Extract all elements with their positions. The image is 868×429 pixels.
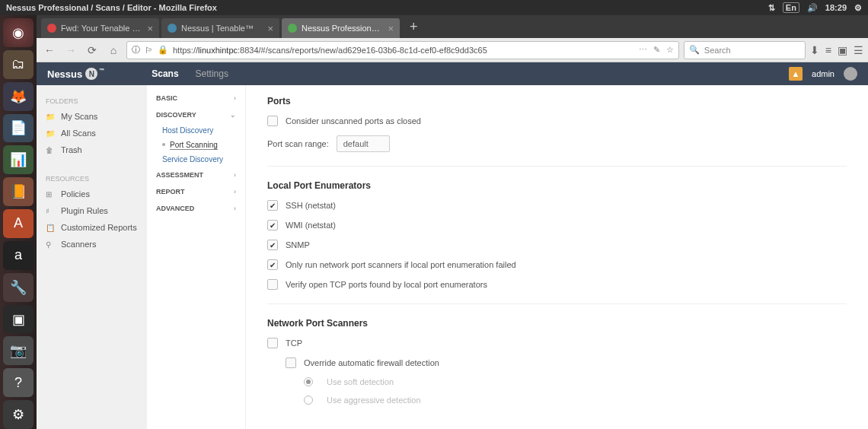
home-button[interactable]: ⌂ <box>105 42 122 59</box>
search-box[interactable]: 🔍 Search <box>684 41 806 59</box>
label-aggressive-detection: Use aggressive detection <box>327 396 421 405</box>
calc-icon[interactable]: 📊 <box>3 145 34 174</box>
writer-icon[interactable]: 📄 <box>3 114 34 143</box>
sidebar-item-policies[interactable]: ⊞Policies <box>37 186 147 202</box>
gear-icon[interactable]: ⚙ <box>854 3 862 13</box>
browser-tab-1[interactable]: Nessus | Tenable™ × <box>161 18 279 38</box>
divider <box>267 303 847 304</box>
settings-icon[interactable]: 🔧 <box>3 273 34 302</box>
checkbox-consider-unscanned[interactable] <box>267 116 278 126</box>
label-snmp: SNMP <box>286 240 310 249</box>
browser-tab-2[interactable]: Nessus Professional / S × <box>282 18 400 38</box>
nessus-logo[interactable]: Nessus N ™ <box>47 68 106 80</box>
notification-icon[interactable]: ▲ <box>789 67 803 81</box>
url-text: https://linuxhintpc:8834/#/scans/reports… <box>173 46 487 55</box>
close-icon[interactable]: × <box>147 23 153 34</box>
firefox-icon[interactable]: 🦊 <box>3 82 34 111</box>
sidebar-item-all-scans[interactable]: 📁All Scans <box>37 125 147 141</box>
chevron-right-icon: › <box>234 205 236 212</box>
shield-icon[interactable]: ⓘ <box>132 44 140 56</box>
sound-icon[interactable]: 🔊 <box>807 3 818 13</box>
forward-button[interactable]: → <box>62 42 79 59</box>
address-bar[interactable]: ⓘ 🏳 🔒 https://linuxhintpc:8834/#/scans/r… <box>126 41 679 59</box>
lang-indicator[interactable]: En <box>783 2 799 13</box>
network-scanners-heading: Network Port Scanners <box>267 318 847 329</box>
label-consider-unscanned: Consider unscanned ports as closed <box>286 116 421 126</box>
files-icon[interactable]: 🗂 <box>3 50 34 79</box>
sub-host-discovery[interactable]: Host Discovery <box>147 123 245 138</box>
favicon-icon <box>47 24 56 33</box>
browser-tab-0[interactable]: Fwd: Your Tenable Nes... × <box>41 18 159 38</box>
gear-tile-icon[interactable]: ⚙ <box>3 400 34 429</box>
terminal-icon[interactable]: ▣ <box>3 305 34 334</box>
checkbox-wmi[interactable] <box>267 220 278 230</box>
back-button[interactable]: ← <box>41 42 58 59</box>
clock[interactable]: 18:29 <box>825 3 847 12</box>
tab-scans[interactable]: Scans <box>152 68 178 79</box>
checkbox-tcp[interactable] <box>267 338 278 348</box>
menu-icon[interactable]: ☰ <box>854 44 863 56</box>
close-icon[interactable]: × <box>388 23 394 34</box>
sidebar-item-my-scans[interactable]: 📁My Scans <box>37 108 147 125</box>
favicon-icon <box>168 24 177 33</box>
cat-assessment[interactable]: ASSESSMENT› <box>147 167 245 183</box>
software-icon[interactable]: A <box>3 209 34 238</box>
sidebar-section-folders: FOLDERS <box>37 93 147 108</box>
sidebar-icon[interactable]: ▣ <box>838 44 847 56</box>
network-icon[interactable]: ⇅ <box>768 3 775 13</box>
library-icon[interactable]: ≡ <box>825 44 831 56</box>
input-port-scan-range[interactable] <box>337 135 390 152</box>
divider <box>267 166 847 167</box>
permissions-icon[interactable]: 🏳 <box>145 46 153 55</box>
label-soft-detection: Use soft detection <box>327 377 394 386</box>
reload-button[interactable]: ⟳ <box>84 42 101 59</box>
nessus-body: FOLDERS 📁My Scans 📁All Scans 🗑Trash RESO… <box>37 85 868 429</box>
label-override-firewall: Override automatic firewall detection <box>304 358 439 367</box>
sidebar-item-trash[interactable]: 🗑Trash <box>37 141 147 158</box>
checkbox-verify[interactable] <box>267 279 278 290</box>
checkbox-only-run[interactable] <box>267 259 278 270</box>
tab-settings[interactable]: Settings <box>196 68 228 79</box>
favicon-icon <box>288 24 297 33</box>
download-icon[interactable]: ⬇ <box>810 44 819 56</box>
ubuntu-top-bar: Nessus Professional / Scans / Editor - M… <box>0 0 868 15</box>
label-port-scan-range: Port scan range: <box>267 139 329 148</box>
checkbox-ssh[interactable] <box>267 200 278 211</box>
help-icon[interactable]: ? <box>3 368 34 397</box>
label-tcp: TCP <box>286 338 302 348</box>
lock-icon: 🔒 <box>158 45 168 55</box>
new-tab-button[interactable]: + <box>402 19 426 35</box>
sub-port-scanning[interactable]: Port Scanning <box>147 138 245 152</box>
tab-label: Nessus | Tenable™ <box>181 24 263 33</box>
sub-service-discovery[interactable]: Service Discovery <box>147 152 245 167</box>
label-verify: Verify open TCP ports found by local por… <box>286 280 487 289</box>
sidebar-item-plugin-rules[interactable]: ♯Plugin Rules <box>37 202 147 219</box>
tab-label: Nessus Professional / S <box>302 24 383 33</box>
label-only-run: Only run network port scanners if local … <box>286 260 516 269</box>
reader-icon[interactable]: ✎ <box>653 45 660 55</box>
close-icon[interactable]: × <box>267 23 273 34</box>
more-icon[interactable]: ⋯ <box>639 45 647 55</box>
cat-discovery[interactable]: DISCOVERY⌄ <box>147 106 245 123</box>
sidebar-item-reports[interactable]: 📋Customized Reports <box>37 219 147 236</box>
checkbox-snmp[interactable] <box>267 240 278 250</box>
screenshot-icon[interactable]: 📷 <box>3 336 34 365</box>
system-indicators[interactable]: ⇅ En 🔊 18:29 ⚙ <box>768 2 862 13</box>
cat-report[interactable]: REPORT› <box>147 183 245 200</box>
radio-soft-detection <box>304 377 313 386</box>
chevron-right-icon: › <box>234 171 236 179</box>
user-label[interactable]: admin <box>812 69 834 78</box>
dash-icon[interactable]: ◉ <box>3 18 34 47</box>
policy-icon: ⊞ <box>46 190 55 199</box>
plugin-icon: ♯ <box>46 207 55 215</box>
sidebar-item-scanners[interactable]: ⚲Scanners <box>37 236 147 253</box>
impress-icon[interactable]: 📙 <box>3 177 34 206</box>
scanner-icon: ⚲ <box>46 240 55 249</box>
amazon-icon[interactable]: a <box>3 241 34 270</box>
star-icon[interactable]: ☆ <box>666 45 674 55</box>
checkbox-override-firewall[interactable] <box>286 358 296 368</box>
cat-basic[interactable]: BASIC› <box>147 90 245 106</box>
chevron-right-icon: › <box>234 188 236 195</box>
cat-advanced[interactable]: ADVANCED› <box>147 200 245 217</box>
avatar-icon[interactable] <box>844 67 857 81</box>
